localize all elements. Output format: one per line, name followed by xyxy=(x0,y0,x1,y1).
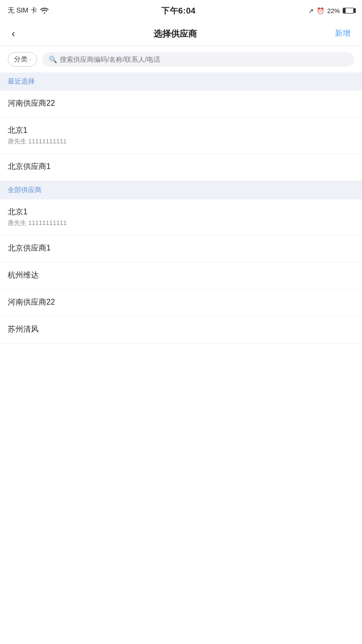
supplier-name: 河南供应商22 xyxy=(8,98,354,109)
category-label: 分类 xyxy=(14,55,28,64)
list-item[interactable]: 北京1唐先生 11111111111 xyxy=(0,118,362,154)
filter-bar: 分类 › 🔍 xyxy=(0,46,362,72)
supplier-contact: 唐先生 11111111111 xyxy=(8,219,354,227)
list-item[interactable]: 北京供应商1 xyxy=(0,154,362,181)
supplier-name: 北京1 xyxy=(8,126,354,136)
nav-bar: ‹ 选择供应商 新增 xyxy=(0,21,362,46)
battery-icon xyxy=(343,8,354,14)
section-header-all: 全部供应商 xyxy=(0,181,362,199)
status-right: ↗ ⏰ 22% xyxy=(308,7,354,14)
list-item[interactable]: 北京1唐先生 11111111111 xyxy=(0,199,362,236)
wifi-icon xyxy=(40,7,49,15)
chevron-right-icon: › xyxy=(29,57,31,62)
category-filter[interactable]: 分类 › xyxy=(8,52,37,67)
list-item[interactable]: 北京供应商1 xyxy=(0,236,362,263)
back-button[interactable]: ‹ xyxy=(8,26,19,42)
supplier-name: 河南供应商22 xyxy=(8,297,354,308)
status-bar: 无 SIM 卡 下午6:04 ↗ ⏰ 22% xyxy=(0,0,362,21)
supplier-name: 杭州维达 xyxy=(8,270,354,280)
list-item[interactable]: 杭州维达 xyxy=(0,263,362,290)
carrier-text: 无 SIM 卡 xyxy=(8,6,37,15)
status-time: 下午6:04 xyxy=(161,5,195,16)
supplier-name: 北京1 xyxy=(8,207,354,217)
search-icon: 🔍 xyxy=(49,56,57,63)
add-button[interactable]: 新增 xyxy=(331,27,354,41)
supplier-name: 北京供应商1 xyxy=(8,243,354,253)
list-item[interactable]: 河南供应商22 xyxy=(0,91,362,118)
supplier-name: 苏州清风 xyxy=(8,324,354,335)
supplier-list: 最近选择河南供应商22北京1唐先生 11111111111北京供应商1全部供应商… xyxy=(0,72,362,344)
supplier-name: 北京供应商1 xyxy=(8,162,354,172)
location-icon: ↗ xyxy=(308,7,314,14)
alarm-icon: ⏰ xyxy=(317,7,324,14)
search-box[interactable]: 🔍 xyxy=(42,52,354,67)
page-title: 选择供应商 xyxy=(19,28,331,40)
supplier-contact: 唐先生 11111111111 xyxy=(8,137,354,146)
list-item[interactable]: 苏州清风 xyxy=(0,317,362,344)
section-header-recent: 最近选择 xyxy=(0,72,362,91)
list-item[interactable]: 河南供应商22 xyxy=(0,290,362,317)
status-left: 无 SIM 卡 xyxy=(8,6,49,15)
search-input[interactable] xyxy=(60,56,348,63)
battery-text: 22% xyxy=(327,7,340,14)
